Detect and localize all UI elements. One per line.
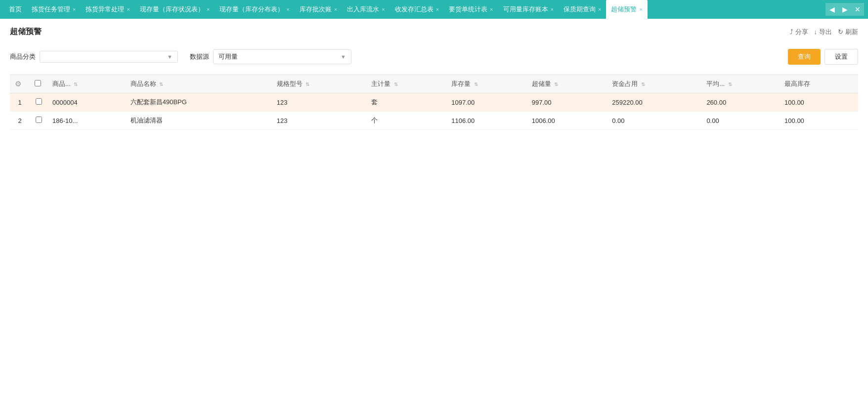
close-icon[interactable]: × xyxy=(551,6,554,12)
row-checkbox[interactable] xyxy=(36,98,42,105)
close-icon[interactable]: × xyxy=(334,6,337,12)
row-index: 2 xyxy=(10,112,30,130)
column-product-code[interactable]: 商品... ⇅ xyxy=(47,75,126,93)
refresh-icon: ↻ xyxy=(838,28,843,36)
category-filter: 商品分类 ▼ xyxy=(10,51,178,63)
nav-close-all-button[interactable]: ✕ xyxy=(851,3,864,16)
column-stock[interactable]: 库存量 ⇅ xyxy=(446,75,526,93)
nav-in-out-flow[interactable]: 出入库流水 × xyxy=(342,0,390,19)
column-settings[interactable]: ⚙ xyxy=(10,75,30,93)
table-header: ⚙ 商品... ⇅ 商品名称 ⇅ 规格型号 ⇅ 主计量 xyxy=(10,75,858,93)
column-avg[interactable]: 平均... ⇅ xyxy=(701,75,780,93)
sort-icon: ⇅ xyxy=(394,81,398,87)
cell-product-name: 机油滤清器 xyxy=(126,112,272,130)
sort-icon: ⇅ xyxy=(159,81,163,87)
column-max-stock[interactable]: 最高库存 xyxy=(780,75,858,93)
close-icon[interactable]: × xyxy=(490,6,493,12)
settings-gear-icon[interactable]: ⚙ xyxy=(15,79,21,88)
action-buttons: 查询 设置 xyxy=(788,49,858,65)
cell-overstock: 997.00 xyxy=(527,93,607,112)
filter-row: 商品分类 ▼ 数据源 可用量 ▼ 查询 设置 xyxy=(10,45,858,69)
nav-order-stats[interactable]: 要货单统计表 × xyxy=(444,0,498,19)
sort-icon: ⇅ xyxy=(474,81,478,87)
cell-avg: 0.00 xyxy=(701,112,780,130)
category-select[interactable]: ▼ xyxy=(40,51,178,63)
cell-capital-occ: 259220.00 xyxy=(607,93,701,112)
column-capital-occ[interactable]: 资金占用 ⇅ xyxy=(607,75,701,93)
datasource-filter: 数据源 可用量 ▼ xyxy=(190,49,351,64)
sort-icon: ⇅ xyxy=(305,81,309,87)
cell-overstock: 1006.00 xyxy=(527,112,607,130)
page-header: 超储预警 ⤴ 分享 ↓ 导出 ↻ 刷新 xyxy=(10,27,858,37)
header-actions: ⤴ 分享 ↓ 导出 ↻ 刷新 xyxy=(790,28,859,37)
sort-icon: ⇅ xyxy=(641,81,645,87)
column-overstock[interactable]: 超储量 ⇅ xyxy=(527,75,607,93)
close-icon[interactable]: × xyxy=(598,6,601,12)
table-body: 1 0000004 六配套新昌490BPG 123 套 1097.00 997.… xyxy=(10,93,858,130)
nav-next-button[interactable]: ▶ xyxy=(838,3,851,16)
data-table: ⚙ 商品... ⇅ 商品名称 ⇅ 规格型号 ⇅ 主计量 xyxy=(10,75,858,130)
cell-spec: 123 xyxy=(272,112,366,130)
sort-icon: ⇅ xyxy=(554,81,558,87)
nav-home[interactable]: 首页 xyxy=(4,0,27,19)
row-index: 1 xyxy=(10,93,30,112)
nav-quality-check[interactable]: 保质期查询 × xyxy=(559,0,606,19)
datasource-value: 可用量 xyxy=(218,52,238,61)
cell-max-stock: 100.00 xyxy=(780,112,858,130)
datasource-label: 数据源 xyxy=(190,52,209,61)
nav-prev-button[interactable]: ◀ xyxy=(825,3,838,16)
close-icon[interactable]: × xyxy=(73,6,76,12)
chevron-down-icon: ▼ xyxy=(167,54,173,60)
share-button[interactable]: ⤴ 分享 xyxy=(790,28,808,37)
sort-icon: ⇅ xyxy=(728,81,732,87)
row-checkbox-cell xyxy=(30,93,47,112)
cell-stock: 1097.00 xyxy=(446,93,526,112)
cell-max-stock: 100.00 xyxy=(780,93,858,112)
nav-collect-summary[interactable]: 收发存汇总表 × xyxy=(390,0,444,19)
cell-capital-occ: 0.00 xyxy=(607,112,701,130)
close-icon[interactable]: × xyxy=(127,6,130,12)
nav-task-mgmt[interactable]: 拣货任务管理 × xyxy=(27,0,81,19)
chevron-down-icon: ▼ xyxy=(341,54,346,60)
cell-stock: 1106.00 xyxy=(446,112,526,130)
cell-product-code: 0000004 xyxy=(47,93,126,112)
nav-stock-dist[interactable]: 现存量（库存分布表） × xyxy=(215,0,294,19)
row-checkbox[interactable] xyxy=(36,117,42,123)
export-icon: ↓ xyxy=(814,28,818,36)
column-checkbox xyxy=(30,75,47,93)
nav-abnormal[interactable]: 拣货异常处理 × xyxy=(81,0,134,19)
page-title: 超储预警 xyxy=(10,27,42,37)
close-icon[interactable]: × xyxy=(286,6,289,12)
export-button[interactable]: ↓ 导出 xyxy=(814,28,832,37)
cell-unit: 套 xyxy=(366,93,446,112)
cell-unit: 个 xyxy=(366,112,446,130)
column-unit[interactable]: 主计量 ⇅ xyxy=(366,75,446,93)
datasource-select[interactable]: 可用量 ▼ xyxy=(213,49,351,64)
share-icon: ⤴ xyxy=(790,28,793,36)
close-icon[interactable]: × xyxy=(639,6,642,12)
refresh-button[interactable]: ↻ 刷新 xyxy=(838,28,858,37)
column-spec[interactable]: 规格型号 ⇅ xyxy=(272,75,366,93)
close-icon[interactable]: × xyxy=(436,6,439,12)
page-container: 超储预警 ⤴ 分享 ↓ 导出 ↻ 刷新 商品分类 ▼ 数据源 xyxy=(0,19,868,395)
nav-arrows: ◀ ▶ ✕ xyxy=(825,3,864,16)
nav-stock-status[interactable]: 现存量（库存状况表） × xyxy=(135,0,215,19)
cell-product-code: 186-10... xyxy=(47,112,126,130)
settings-button[interactable]: 设置 xyxy=(825,49,858,65)
nav-batch-account[interactable]: 库存批次账 × xyxy=(295,0,342,19)
select-all-checkbox[interactable] xyxy=(35,80,41,86)
sort-icon: ⇅ xyxy=(74,81,78,87)
nav-overstock-warning[interactable]: 超储预警 × xyxy=(606,0,647,19)
cell-spec: 123 xyxy=(272,93,366,112)
nav-available-ledger[interactable]: 可用量库存账本 × xyxy=(498,0,559,19)
column-product-name[interactable]: 商品名称 ⇅ xyxy=(126,75,272,93)
top-nav: 首页 拣货任务管理 × 拣货异常处理 × 现存量（库存状况表） × 现存量（库存… xyxy=(0,0,868,19)
close-icon[interactable]: × xyxy=(382,6,385,12)
close-icon[interactable]: × xyxy=(207,6,210,12)
cell-avg: 260.00 xyxy=(701,93,780,112)
cell-product-name: 六配套新昌490BPG xyxy=(126,93,272,112)
table-row: 2 186-10... 机油滤清器 123 个 1106.00 1006.00 … xyxy=(10,112,858,130)
category-label: 商品分类 xyxy=(10,52,36,61)
table-row: 1 0000004 六配套新昌490BPG 123 套 1097.00 997.… xyxy=(10,93,858,112)
query-button[interactable]: 查询 xyxy=(788,49,821,65)
